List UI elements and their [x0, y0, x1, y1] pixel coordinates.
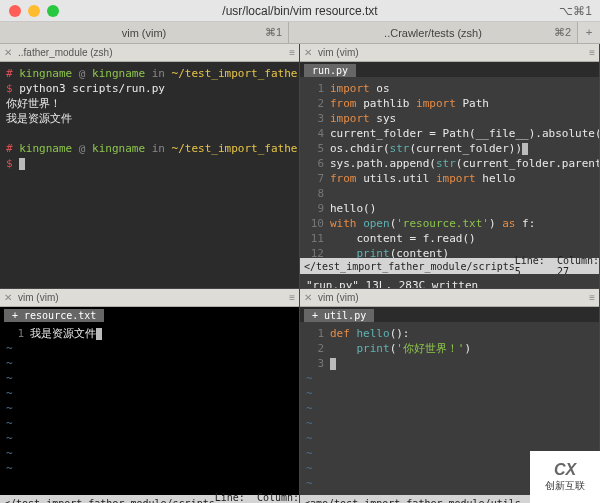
pane-title: vim (vim) — [318, 47, 589, 58]
terminal-output[interactable]: # kingname @ kingname in ~/test_import_f… — [0, 62, 299, 288]
pane-grid: ✕ ..father_module (zsh) ≡ # kingname @ k… — [0, 44, 600, 503]
pane-title: ..father_module (zsh) — [18, 47, 289, 58]
status-path: </test_import_father_module/scripts — [4, 498, 215, 504]
menu-icon[interactable]: ≡ — [289, 47, 295, 58]
status-column: Column: 16 — [257, 492, 299, 503]
editor-content[interactable]: 1import os 2from pathlib import Path 3im… — [300, 77, 599, 258]
close-icon[interactable]: ✕ — [4, 47, 12, 58]
window-title: /usr/local/bin/vim resource.txt — [0, 4, 600, 18]
buffer-tabs: + resource.txt — [0, 307, 299, 322]
tab-label: ..Crawler/tests (zsh) — [384, 27, 482, 39]
pane-head[interactable]: ✕ vim (vim) ≡ — [300, 44, 599, 62]
vim-message: "run.py" 13L, 283C written — [300, 274, 599, 288]
tab-shortcut: ⌘2 — [554, 26, 571, 39]
status-line: Line: 1 — [215, 492, 245, 503]
pane-title: vim (vim) — [318, 292, 589, 303]
menu-icon[interactable]: ≡ — [589, 47, 595, 58]
editor-content[interactable]: 1我是资源文件 ~ ~ ~ ~ ~ ~ ~ ~ ~ — [0, 322, 299, 495]
status-bar: </test_import_father_module/scripts Line… — [0, 495, 299, 503]
close-icon[interactable]: ✕ — [304, 47, 312, 58]
tab-vim[interactable]: vim (vim) ⌘1 — [0, 22, 289, 43]
watermark-logo-text: CX — [554, 461, 576, 479]
pane-top-right: ✕ vim (vim) ≡ run.py 1import os 2from pa… — [300, 44, 600, 289]
menu-icon[interactable]: ≡ — [589, 292, 595, 303]
pane-head[interactable]: ✕ vim (vim) ≡ — [0, 289, 299, 307]
buffer-tab-resource-txt[interactable]: + resource.txt — [4, 309, 104, 322]
watermark-logo: CX 创新互联 — [530, 451, 600, 503]
close-icon[interactable]: ✕ — [304, 292, 312, 303]
buffer-tab-util-py[interactable]: + util.py — [304, 309, 374, 322]
status-bar: </test_import_father_module/scripts Line… — [300, 258, 599, 274]
new-tab-button[interactable]: + — [578, 22, 600, 43]
tab-label: vim (vim) — [122, 27, 167, 39]
watermark-text: 创新互联 — [545, 479, 585, 493]
pane-head[interactable]: ✕ ..father_module (zsh) ≡ — [0, 44, 299, 62]
status-path: <ame/test_import_father_module/utils — [304, 498, 521, 504]
pane-head[interactable]: ✕ vim (vim) ≡ — [300, 289, 599, 307]
close-icon[interactable]: ✕ — [4, 292, 12, 303]
buffer-tab-run-py[interactable]: run.py — [304, 64, 356, 77]
window-shortcut-hint: ⌥⌘1 — [559, 4, 592, 18]
window-tabbar: vim (vim) ⌘1 ..Crawler/tests (zsh) ⌘2 + — [0, 22, 600, 44]
tab-crawler-tests[interactable]: ..Crawler/tests (zsh) ⌘2 — [289, 22, 578, 43]
pane-top-left: ✕ ..father_module (zsh) ≡ # kingname @ k… — [0, 44, 300, 289]
buffer-tabs: + util.py — [300, 307, 599, 322]
pane-bottom-left: ✕ vim (vim) ≡ + resource.txt 1我是资源文件 ~ ~… — [0, 289, 300, 503]
status-path: </test_import_father_module/scripts — [304, 261, 515, 272]
pane-title: vim (vim) — [18, 292, 289, 303]
buffer-tabs: run.py — [300, 62, 599, 77]
menu-icon[interactable]: ≡ — [289, 292, 295, 303]
tab-shortcut: ⌘1 — [265, 26, 282, 39]
window-titlebar: /usr/local/bin/vim resource.txt ⌥⌘1 — [0, 0, 600, 22]
